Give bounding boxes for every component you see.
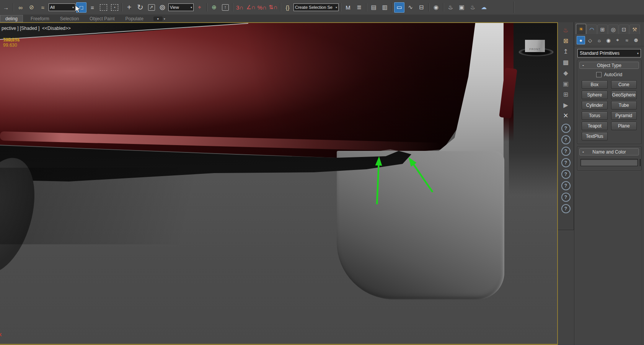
category-geometry-icon[interactable]: ● [577, 36, 585, 44]
use-pivot-center-button[interactable]: ⌖ ▾ [194, 2, 205, 13]
select-and-scale-button[interactable]: ↗ ▾ [146, 2, 157, 13]
collapse-icon[interactable]: - [580, 63, 587, 68]
close-icon[interactable]: × [560, 110, 572, 121]
textplus-button[interactable]: TextPlus [582, 132, 608, 141]
sphere-button[interactable]: Sphere [582, 91, 608, 99]
separator: ▾ [365, 2, 368, 12]
category-helpers-icon[interactable]: ⌖ [613, 36, 622, 44]
category-lights-icon[interactable]: ☼ [595, 36, 603, 44]
tab-modeling[interactable]: deling [0, 15, 23, 22]
ribbon-toggle-button[interactable]: ▭ ▾ [394, 2, 404, 13]
tab-object-paint[interactable]: Object Paint [84, 15, 120, 22]
category-shapes-icon[interactable]: ◇ [586, 36, 594, 44]
category-systems-icon[interactable]: ☸ [632, 36, 640, 44]
category-cameras-icon[interactable]: ◉ [604, 36, 613, 44]
play-animation-icon[interactable]: ▶ [560, 100, 572, 110]
annotation-arrows [0, 23, 557, 344]
tab-modify[interactable]: ◠ [587, 25, 597, 34]
selection-filter-dropdown[interactable]: All▾ [49, 3, 75, 11]
select-by-name-button[interactable]: ≡ ▾ [87, 2, 98, 13]
percent-snap-toggle-icon[interactable]: %∩ ▾ [257, 2, 267, 13]
rectangular-selection-region-button[interactable]: ▾ [98, 2, 109, 13]
reference-coordinate-dropdown[interactable]: View▾ [168, 3, 194, 11]
select-and-manipulate-button[interactable]: ⊕ ▾ [209, 2, 219, 13]
help-button[interactable]: ? [561, 193, 571, 202]
render-teapot-icon[interactable]: ♨ [560, 25, 572, 35]
snaps-toggle-3d-icon[interactable]: 3∩ ▾ [235, 2, 245, 13]
command-panel: ☀◠⊞◎⊡⚒ ●◇☼◉⌖≈☸ Standard Primitives ▾ - O… [574, 22, 644, 345]
named-selection-set-dropdown[interactable]: Create Selection Se▾ [293, 3, 339, 11]
mouse-cursor [75, 5, 81, 13]
ribbon-minimize-icon: ▾ [153, 16, 163, 21]
delete-box-icon[interactable]: ⊠ [560, 35, 572, 46]
select-and-link-icon[interactable]: ∞ ▾ [15, 2, 26, 13]
select-and-place-button[interactable]: ⊚ ▾ [157, 2, 168, 13]
cone-button[interactable]: Cone [611, 80, 637, 89]
help-button[interactable]: ? [561, 147, 571, 156]
help-button[interactable]: ? [561, 124, 571, 133]
autogrid-arrow-icon[interactable]: ↥ [560, 46, 572, 57]
plane-button[interactable]: Plane [611, 122, 637, 130]
perspective-viewport[interactable]: FRONT x pective ] [Shaded ] <<Disabled>>… [0, 22, 558, 345]
layer-explorer-toggle[interactable]: ▥ ▾ [380, 2, 390, 13]
cylinder-button[interactable]: Cylinder [582, 101, 608, 110]
subobject-level-icon[interactable]: ◆ [560, 67, 572, 78]
ribbon-overflow-button[interactable]: ▾ ▾ [153, 16, 165, 22]
separator: ▾ [339, 2, 342, 12]
mirror-button[interactable]: M ▾ [343, 2, 353, 13]
spinner-snap-toggle-icon[interactable]: ⇅∩ ▾ [268, 2, 278, 13]
pyramid-button[interactable]: Pyramid [611, 111, 637, 120]
select-and-rotate-button[interactable]: ↻ ▾ [135, 2, 145, 13]
box-button[interactable]: Box [582, 80, 608, 89]
geosphere-button[interactable]: GeoSphere [611, 91, 637, 99]
category-spacewarps-icon[interactable]: ≈ [623, 36, 631, 44]
unlink-selection-icon[interactable]: ⊘ ▾ [26, 2, 37, 13]
render-cloud-button[interactable]: ☁ ▾ [479, 2, 489, 13]
angle-snap-toggle-icon[interactable]: ∠∩ ▾ [246, 2, 256, 13]
separator: ▾ [121, 2, 123, 12]
tab-selection[interactable]: Selection [55, 15, 84, 22]
collapse-icon[interactable]: - [580, 149, 587, 155]
render-setup-button[interactable]: ♨ ▾ [445, 2, 456, 13]
torus-button[interactable]: Torus [582, 111, 608, 120]
split-panels-icon[interactable]: ▣ [560, 78, 572, 89]
help-button[interactable]: ? [561, 158, 571, 167]
named-selection-sets-button[interactable]: {} ▾ [282, 2, 293, 13]
primitive-category-dropdown[interactable]: Standard Primitives ▾ [577, 49, 641, 57]
tab-display[interactable]: ⊡ [619, 25, 629, 34]
align-button[interactable]: ≣ ▾ [354, 2, 364, 13]
render-production-button[interactable]: ♨ ▾ [468, 2, 478, 13]
tab-motion[interactable]: ◎ [608, 25, 618, 34]
autogrid-checkbox[interactable] [596, 72, 602, 77]
select-and-move-button[interactable]: + ▾ [124, 2, 134, 13]
tab-create[interactable]: ☀ [576, 24, 586, 34]
tab-hierarchy[interactable]: ⊞ [597, 25, 608, 34]
keyboard-override-toggle[interactable]: ↑ ▾ [220, 2, 230, 13]
rendered-frame-button[interactable]: ▣ ▾ [457, 2, 467, 13]
help-button[interactable]: ? [561, 170, 571, 179]
help-button[interactable]: ? [561, 181, 571, 190]
region-checker-icon[interactable]: ▩ [560, 57, 572, 67]
lattice-icon[interactable]: ⊞ [560, 89, 572, 100]
teapot-button[interactable]: Teapot [582, 122, 608, 130]
object-color-swatch[interactable] [640, 159, 641, 166]
schematic-view-button[interactable]: ⊟ ▾ [416, 2, 427, 13]
help-button[interactable]: ? [561, 204, 571, 213]
object-type-header[interactable]: - Object Type [579, 62, 639, 69]
object-name-input[interactable] [580, 159, 638, 166]
material-editor-button[interactable]: ◉ ▾ [431, 2, 441, 13]
window-crossing-toggle[interactable]: ▪ ▾ [109, 2, 120, 13]
curve-editor-button[interactable]: ∿ ▾ [405, 2, 416, 13]
help-button[interactable]: ? [561, 135, 571, 144]
tab-populate[interactable]: Populate [120, 15, 148, 22]
scene-explorer-toggle[interactable]: ▤ ▾ [368, 2, 379, 13]
redo-arrow-icon[interactable]: → ▾ [1, 2, 11, 13]
bind-to-spacewarp-icon[interactable]: ≈ ▾ [37, 2, 48, 13]
tab-freeform[interactable]: Freeform [25, 15, 55, 22]
tab-utilities[interactable]: ⚒ [629, 25, 640, 34]
chevron-down-icon: ▾ [191, 6, 192, 9]
viewport-label[interactable]: pective ] [Shaded ] <<Disabled>> [2, 26, 71, 31]
tube-button[interactable]: Tube [611, 101, 637, 110]
separator: ▾ [231, 2, 234, 12]
name-color-header[interactable]: - Name and Color [579, 148, 639, 155]
